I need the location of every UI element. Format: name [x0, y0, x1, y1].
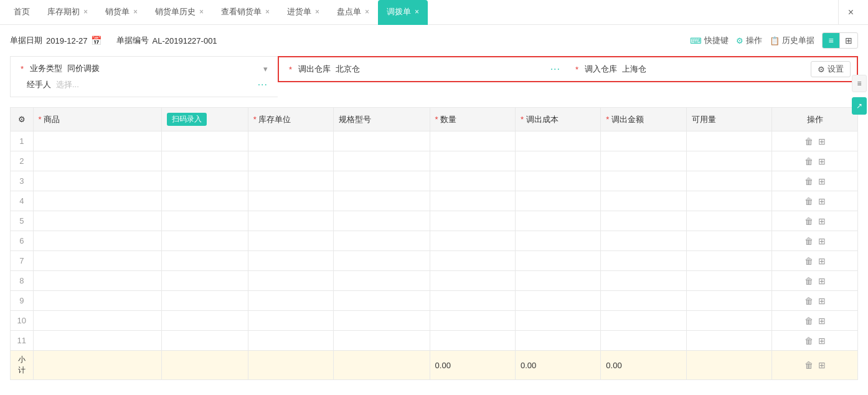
row-4-spec[interactable]	[334, 191, 430, 211]
row-1-cost[interactable]	[515, 131, 600, 151]
row-9-cost[interactable]	[515, 291, 600, 311]
row-10-unit[interactable]	[248, 311, 333, 331]
row-5-product[interactable]	[33, 211, 161, 231]
copy-icon[interactable]: ⊞	[818, 236, 826, 246]
row-2-unit[interactable]	[248, 151, 333, 171]
row-8-product[interactable]	[33, 271, 161, 291]
row-7-cost[interactable]	[515, 251, 600, 271]
tab-home[interactable]: 首页	[5, 0, 39, 25]
operations-action[interactable]: ⚙ 操作	[736, 35, 762, 46]
copy-icon[interactable]: ⊞	[818, 216, 826, 226]
tab-view-sales[interactable]: 查看销货单 ×	[212, 0, 278, 25]
row-6-qty[interactable]	[430, 231, 515, 251]
delete-icon[interactable]: 🗑	[804, 256, 813, 266]
tab-transfer-close[interactable]: ×	[415, 7, 419, 16]
delete-icon[interactable]: 🗑	[804, 336, 813, 346]
row-5-qty[interactable]	[430, 211, 515, 231]
delete-icon[interactable]: 🗑	[804, 156, 813, 166]
row-11-spec[interactable]	[334, 331, 430, 351]
tab-inventory-init-close[interactable]: ×	[83, 7, 88, 16]
row-6-unit[interactable]	[248, 231, 333, 251]
sidebar-list-btn[interactable]: ≡	[852, 75, 867, 92]
row-10-product[interactable]	[33, 311, 161, 331]
row-7-qty[interactable]	[430, 251, 515, 271]
row-2-product[interactable]	[33, 151, 161, 171]
row-11-amount[interactable]	[601, 331, 686, 351]
delete-icon[interactable]: 🗑	[804, 316, 813, 326]
row-11-product[interactable]	[33, 331, 161, 351]
copy-icon[interactable]: ⊞	[818, 196, 826, 206]
subtotal-copy-icon[interactable]: ⊞	[818, 360, 826, 370]
row-3-amount[interactable]	[601, 171, 686, 191]
tab-stocktake[interactable]: 盘点单 ×	[328, 0, 378, 25]
row-7-unit[interactable]	[248, 251, 333, 271]
row-8-unit[interactable]	[248, 271, 333, 291]
row-9-qty[interactable]	[430, 291, 515, 311]
row-7-amount[interactable]	[601, 251, 686, 271]
sidebar-expand-btn[interactable]: ↗	[852, 97, 867, 115]
tab-transfer[interactable]: 调拨单 ×	[378, 0, 428, 25]
row-7-product[interactable]	[33, 251, 161, 271]
copy-icon[interactable]: ⊞	[818, 276, 826, 286]
row-10-cost[interactable]	[515, 311, 600, 331]
row-9-amount[interactable]	[601, 291, 686, 311]
row-2-cost[interactable]	[515, 151, 600, 171]
row-10-amount[interactable]	[601, 311, 686, 331]
row-5-spec[interactable]	[334, 211, 430, 231]
row-4-product[interactable]	[33, 191, 161, 211]
row-3-cost[interactable]	[515, 171, 600, 191]
out-warehouse-more-icon[interactable]: ···	[550, 64, 560, 75]
settings-button[interactable]: ⚙ 设置	[811, 61, 851, 77]
copy-icon[interactable]: ⊞	[818, 316, 826, 326]
row-11-unit[interactable]	[248, 331, 333, 351]
row-10-qty[interactable]	[430, 311, 515, 331]
row-8-qty[interactable]	[430, 271, 515, 291]
row-5-cost[interactable]	[515, 211, 600, 231]
row-2-amount[interactable]	[601, 151, 686, 171]
shortcut-action[interactable]: ⌨ 快捷键	[690, 35, 729, 46]
row-11-qty[interactable]	[430, 331, 515, 351]
copy-icon[interactable]: ⊞	[818, 296, 826, 306]
row-10-spec[interactable]	[334, 311, 430, 331]
row-4-amount[interactable]	[601, 191, 686, 211]
handler-more-icon[interactable]: ···	[258, 79, 268, 90]
handler-value[interactable]: 选择...	[56, 79, 79, 90]
row-6-cost[interactable]	[515, 231, 600, 251]
history-action[interactable]: 📋 历史单据	[770, 35, 814, 46]
tab-sales-history[interactable]: 销货单历史 ×	[146, 0, 212, 25]
row-3-spec[interactable]	[334, 171, 430, 191]
row-1-amount[interactable]	[601, 131, 686, 151]
copy-icon[interactable]: ⊞	[818, 156, 826, 166]
row-4-unit[interactable]	[248, 191, 333, 211]
scan-entry-button[interactable]: 扫码录入	[167, 113, 207, 126]
row-1-qty[interactable]	[430, 131, 515, 151]
row-4-cost[interactable]	[515, 191, 600, 211]
tab-sales-order-close[interactable]: ×	[133, 7, 138, 16]
row-1-product[interactable]	[33, 131, 161, 151]
tab-stocktake-close[interactable]: ×	[365, 7, 369, 16]
tab-view-sales-close[interactable]: ×	[265, 7, 270, 16]
row-9-product[interactable]	[33, 291, 161, 311]
row-1-spec[interactable]	[334, 131, 430, 151]
th-gear[interactable]: ⚙	[11, 108, 33, 131]
row-5-amount[interactable]	[601, 211, 686, 231]
business-type-dropdown-icon[interactable]: ▾	[263, 64, 268, 74]
delete-icon[interactable]: 🗑	[804, 176, 813, 186]
delete-icon[interactable]: 🗑	[804, 276, 813, 286]
in-warehouse-value[interactable]: 上海仓	[622, 64, 832, 75]
row-6-amount[interactable]	[601, 231, 686, 251]
tab-purchase-close[interactable]: ×	[315, 7, 319, 16]
row-11-cost[interactable]	[515, 331, 600, 351]
calendar-icon[interactable]: 📅	[92, 36, 101, 45]
copy-icon[interactable]: ⊞	[818, 136, 826, 146]
row-7-spec[interactable]	[334, 251, 430, 271]
tab-purchase[interactable]: 进货单 ×	[278, 0, 328, 25]
list-view-btn[interactable]: ≡	[823, 33, 840, 48]
row-8-spec[interactable]	[334, 271, 430, 291]
delete-icon[interactable]: 🗑	[804, 136, 813, 146]
tab-sales-order[interactable]: 销货单 ×	[97, 0, 146, 25]
row-2-qty[interactable]	[430, 151, 515, 171]
business-type-value[interactable]: 同价调拨	[67, 63, 256, 74]
row-9-unit[interactable]	[248, 291, 333, 311]
row-4-qty[interactable]	[430, 191, 515, 211]
